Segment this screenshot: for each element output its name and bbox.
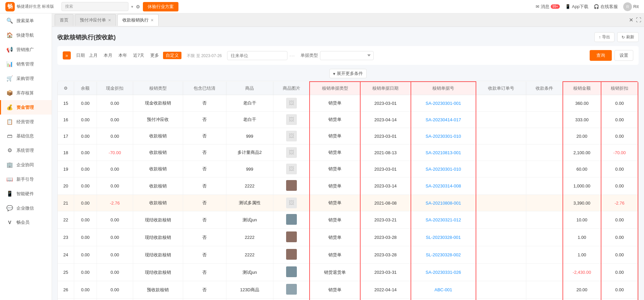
date-btn-last-month[interactable]: 上月 <box>87 52 100 59</box>
cell-product-img: 🖼 <box>273 95 310 112</box>
sidebar-item-quicknav[interactable]: 🏠 快捷导航 <box>0 28 52 42</box>
cell-cash-discount: 0.00 <box>97 128 133 144</box>
sidebar-item-inventory[interactable]: 📦 库存核算 <box>0 86 52 100</box>
cell-verify-doc-no[interactable]: SA-20210808-001 <box>411 195 476 211</box>
cell-verify-doc-no[interactable]: ABC-001 <box>411 281 476 299</box>
tab-prepay-close[interactable]: ✕ <box>108 18 111 23</box>
query-button[interactable]: 查询 <box>590 50 612 61</box>
date-btn-7days[interactable]: 近7天 <box>131 52 146 59</box>
page-title-bar: 收款核销执行(按收款) ↑ 导出 ↻ 刷新 <box>57 32 639 42</box>
doc-no-link[interactable]: SA-20230414-017 <box>426 117 461 122</box>
messages-item[interactable]: ✉ 消息 99+ <box>536 4 560 10</box>
expand-conditions-button[interactable]: ▾ 展开更多条件 <box>329 69 367 78</box>
cell-verify-doc-no[interactable]: SA-20230301-010 <box>411 161 476 177</box>
tab-receipts[interactable]: 收款核销执行 ✕ <box>117 14 159 26</box>
doc-no-link[interactable]: SA-20230301-010 <box>426 167 461 172</box>
filter-toggle-button[interactable]: » <box>63 51 71 59</box>
cell-product: 2222 <box>226 229 273 246</box>
th-verify-doc-date: 核销单据日期 <box>360 82 411 95</box>
sidebar-label-search: 搜索菜单 <box>16 18 34 24</box>
dropdown-icon[interactable]: ▾ <box>131 4 133 9</box>
doc-no-link[interactable]: SA-20230331-026 <box>426 270 461 275</box>
doc-no-link[interactable]: SA-20210813-001 <box>426 150 461 155</box>
cell-verify-type: 收款核销 <box>133 144 183 161</box>
user-item[interactable]: R Rit <box>623 2 639 11</box>
logo-text: 畅捷通好生意 标准版 <box>17 4 54 9</box>
doc-no-link[interactable]: ABC-001 <box>434 287 452 292</box>
app-download-item[interactable]: 📱 App下载 <box>565 4 588 10</box>
sidebar-item-guide[interactable]: 📖 新手引导 <box>0 172 52 186</box>
sidebar-label-member: 畅会员 <box>16 219 30 225</box>
sidebar-item-marketing[interactable]: 📢 营销推广 <box>0 42 52 57</box>
tab-receipts-close[interactable]: ✕ <box>151 18 154 23</box>
top-search-bar[interactable]: 搜索 <box>61 2 128 11</box>
cell-verify-discount: 0.00 <box>601 161 638 177</box>
cell-seq: 26 <box>58 281 74 299</box>
cell-included: 否 <box>183 264 226 281</box>
cell-receipt-order-no <box>476 128 526 144</box>
cell-verify-doc-date: 2023-03-01 <box>360 161 411 177</box>
cell-verify-discount: -2.76 <box>601 195 638 211</box>
table-row: 27 0.00 0.00 现结收款核销 否 衣服00001 🖼 销货单 2023… <box>58 299 638 300</box>
sidebar-item-purchase[interactable]: 🛒 采购管理 <box>0 71 52 86</box>
doc-no-link[interactable]: SA-20230301-010 <box>426 134 461 139</box>
export-button[interactable]: ↑ 导出 <box>594 32 614 42</box>
date-btn-custom[interactable]: 自定义 <box>163 52 181 59</box>
cell-cash-discount: 0.00 <box>97 211 133 229</box>
sidebar-item-hardware[interactable]: 📱 智能硬件 <box>0 186 52 201</box>
cell-verify-doc-no[interactable]: SA-20230331-026 <box>411 264 476 281</box>
expand-icon[interactable]: ⛶ <box>636 17 641 23</box>
doc-no-link[interactable]: SL-20230328-001 <box>426 235 461 240</box>
sidebar-item-basic[interactable]: 🗃 基础信息 <box>0 129 52 143</box>
cell-verify-doc-no[interactable]: SL-20230408-001 <box>411 299 476 300</box>
doc-no-link[interactable]: SL-20230328-002 <box>426 252 461 257</box>
cell-verify-doc-no[interactable]: SA-20210813-001 <box>411 144 476 161</box>
doc-no-link[interactable]: SA-20230321-012 <box>426 217 461 222</box>
settings-icon[interactable]: ⚙ <box>136 4 140 9</box>
partner-input[interactable] <box>227 51 287 60</box>
cell-verify-doc-no[interactable]: SA-20230314-008 <box>411 177 476 195</box>
industry-solution-button[interactable]: 休验行业方案 <box>143 2 178 11</box>
cell-verify-doc-no[interactable]: SA-20230301-010 <box>411 128 476 144</box>
doctype-select[interactable] <box>320 51 374 60</box>
cell-verify-doc-no[interactable]: SA-20230301-001 <box>411 95 476 112</box>
tab-prepay[interactable]: 预付冲应付单 ✕ <box>75 14 116 26</box>
partner-dots[interactable]: ··· <box>289 53 295 58</box>
sidebar-item-sales[interactable]: 📊 销售管理 <box>0 57 52 71</box>
tab-home[interactable]: 首页 <box>55 14 73 26</box>
sidebar-item-member[interactable]: V 畅会员 <box>0 215 52 229</box>
filter-settings-button[interactable]: 设置 <box>614 50 633 61</box>
cell-product-img: 🖼 <box>273 128 310 144</box>
doctype-label: 单据类型 <box>301 52 318 58</box>
sidebar-item-system[interactable]: ⚙ 系统管理 <box>0 143 52 158</box>
cell-verify-discount: 0.00 <box>601 264 638 281</box>
cell-included: 否 <box>183 112 226 128</box>
online-service-item[interactable]: 🎧 在线客服 <box>594 4 618 10</box>
sidebar-item-operations[interactable]: 📋 经营管理 <box>0 115 52 129</box>
doc-no-link[interactable]: SA-20230314-008 <box>426 183 461 188</box>
date-btn-this-month[interactable]: 本月 <box>102 52 114 59</box>
online-service-label: 在线客服 <box>600 4 618 10</box>
cell-verify-doc-no[interactable]: SA-20230414-017 <box>411 112 476 128</box>
cell-verify-doc-no[interactable]: SL-20230328-001 <box>411 229 476 246</box>
sidebar-item-wechat[interactable]: 💬 企业微信 <box>0 201 52 215</box>
cell-verify-doc-type: 销货单 <box>310 195 360 211</box>
doc-no-link[interactable]: SA-20230301-001 <box>426 101 461 106</box>
th-seq[interactable]: ⚙ <box>58 82 74 95</box>
sidebar-item-finance[interactable]: 💰 资金管理 <box>0 100 52 115</box>
cell-verify-doc-no[interactable]: SA-20230321-012 <box>411 211 476 229</box>
cell-verify-doc-date: 2023-03-31 <box>360 264 411 281</box>
cell-product-img <box>273 264 310 281</box>
close-icon[interactable]: ✕ <box>629 17 633 23</box>
sidebar-item-search[interactable]: 🔍 搜索菜单 <box>0 13 52 28</box>
doc-no-link[interactable]: SA-20210808-001 <box>426 201 461 206</box>
refresh-button[interactable]: ↻ 刷新 <box>617 32 639 42</box>
cell-verify-type: 现结收款核销 <box>133 246 183 264</box>
cell-verify-type: 现结收款核销 <box>133 211 183 229</box>
date-btn-more[interactable]: 更多 <box>148 52 161 59</box>
date-btn-this-year[interactable]: 本年 <box>116 52 129 59</box>
cell-verify-doc-no[interactable]: SL-20230328-002 <box>411 246 476 264</box>
cell-balance: 0.00 <box>74 195 97 211</box>
table-wrapper: ⚙ 余额 现金折扣 核销类型 包含已结清 商品 商品图片 核销单据类型 核销单据… <box>58 81 638 300</box>
sidebar-item-corp[interactable]: 🏢 企业协同 <box>0 158 52 172</box>
